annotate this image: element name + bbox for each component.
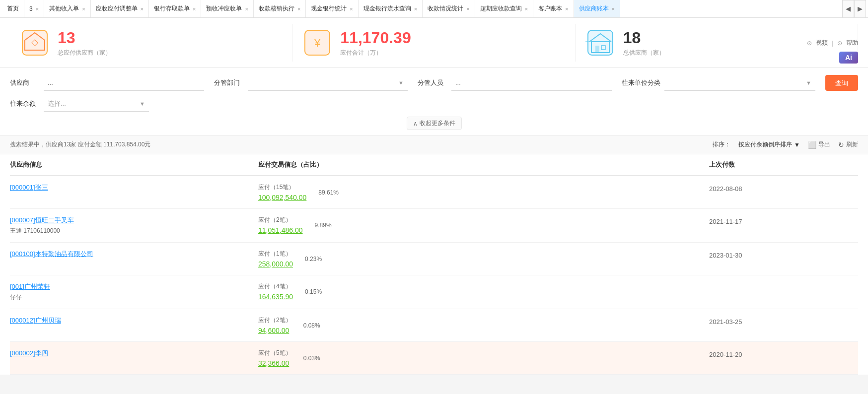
dept-select[interactable]: ▼	[248, 75, 408, 91]
collapse-button[interactable]: ∧ 收起更多条件	[407, 117, 462, 130]
results-actions: 排序： 按应付余额倒序排序 ▼ ⬜ 导出 ↻ 刷新	[713, 140, 858, 149]
tx-amount-4[interactable]: 94,600.00	[258, 327, 291, 334]
table-row: [001]广州荣轩 仔仔 应付（4笔） 164,635.90 0.15%	[10, 275, 858, 309]
ai-badge[interactable]: Ai	[839, 52, 858, 64]
export-button[interactable]: ⬜ 导出	[808, 140, 830, 149]
close-tab-other-income[interactable]: ×	[82, 6, 85, 12]
svg-text:¥: ¥	[314, 37, 321, 49]
close-tab-ar-ap-adjust[interactable]: ×	[141, 6, 144, 12]
unit-type-select[interactable]: ▼	[664, 75, 816, 91]
balance-select[interactable]: 选择... ▼	[44, 96, 149, 112]
stat-block-total-payable: ¥ 11,170.39 应付合计（万）	[292, 24, 575, 62]
transaction-info-4: 应付（2笔） 94,600.00 0.08%	[258, 316, 709, 334]
nav-tab-pre-recv[interactable]: 预收冲应收单 ×	[201, 0, 253, 18]
close-tab-bank-deposit[interactable]: ×	[193, 6, 196, 12]
nav-tab-cash-bank-stat[interactable]: 现金银行统计 ×	[306, 0, 358, 18]
nav-tab-3[interactable]: 3 ×	[24, 0, 44, 18]
supplier-sub-1: 王通 17106110000	[10, 227, 258, 235]
supplier-info-2: [000100]本特勤油品有限公司	[10, 250, 258, 259]
close-tab-payment-exec[interactable]: ×	[297, 6, 300, 12]
transaction-info-0: 应付（15笔） 100,092,540.00 89.61%	[258, 183, 709, 201]
tx-percent-4: 0.08%	[303, 322, 320, 329]
tx-label-0: 应付（15笔）	[258, 183, 306, 192]
close-tab-supplier-ledger[interactable]: ×	[612, 6, 615, 12]
stat-content-3: 18 总供应商（家）	[623, 28, 665, 57]
tx-amount-1[interactable]: 11,051,486.00	[258, 226, 303, 234]
tx-amount-2[interactable]: 258,000.00	[258, 260, 293, 268]
collapse-label: 收起更多条件	[420, 119, 455, 128]
supplier-input[interactable]	[44, 75, 204, 91]
last-payment-1: 2021-11-17	[709, 216, 858, 225]
nav-tab-supplier-ledger[interactable]: 供应商账本 ×	[574, 0, 620, 18]
table-body: [000001]张三 应付（15笔） 100,092,540.00 89.61%…	[10, 176, 858, 375]
supplier-info-0: [000001]张三	[10, 183, 258, 192]
balance-dropdown-arrow: ▼	[140, 101, 145, 107]
tx-amount-3[interactable]: 164,635.90	[258, 293, 293, 301]
supplier-info-4: [000012]广州贝瑞	[10, 316, 258, 325]
stat-label-2: 应付合计（万）	[340, 49, 411, 57]
supplier-table: 供应商信息 应付交易信息（占比） 上次付数 [000001]张三 应付（15笔）…	[0, 154, 868, 375]
stat-label-3: 总供应商（家）	[623, 49, 665, 57]
nav-tab-customer-ledger[interactable]: 客户账本 ×	[533, 0, 574, 18]
refresh-button[interactable]: ↻ 刷新	[838, 140, 858, 149]
supplier-link-2[interactable]: [000100]本特勤油品有限公司	[10, 250, 93, 258]
nav-tab-other-income[interactable]: 其他收入单 ×	[44, 0, 90, 18]
transaction-detail-5: 应付（5笔） 32,366.00	[258, 349, 291, 367]
nav-tab-payment-exec[interactable]: 收款核销执行 ×	[254, 0, 306, 18]
close-tab-customer-ledger[interactable]: ×	[565, 6, 568, 12]
unit-type-dropdown-arrow: ▼	[806, 80, 811, 86]
close-tab-pre-recv[interactable]: ×	[245, 6, 248, 12]
sort-select[interactable]: 按应付余额倒序排序 ▼	[738, 140, 800, 149]
divider: |	[832, 39, 833, 46]
supplier-link-0[interactable]: [000001]张三	[10, 184, 48, 191]
tx-label-3: 应付（4笔）	[258, 282, 293, 291]
sort-label: 排序：	[713, 140, 730, 149]
close-tab-cash-bank-stat[interactable]: ×	[350, 6, 353, 12]
filter-item-supplier: 供应商	[10, 75, 204, 91]
person-input[interactable]	[451, 75, 612, 91]
supplier-link-3[interactable]: [001]广州荣轩	[10, 283, 50, 290]
supplier-link-4[interactable]: [000012]广州贝瑞	[10, 317, 61, 324]
nav-tab-bank-deposit[interactable]: 银行存取款单 ×	[149, 0, 201, 18]
last-payment-5: 2020-11-20	[709, 349, 858, 358]
tx-amount-5[interactable]: 32,366.00	[258, 359, 291, 367]
filter-row-1: 供应商 分管部门 ▼ 分管人员 往来单位分类 ▼ 查询	[10, 75, 858, 91]
video-link[interactable]: 视频	[816, 39, 828, 47]
close-tab-3[interactable]: ×	[36, 6, 39, 12]
header-stats: ◇ 13 总应付供应商（家） ¥ 11,170.39 应付合计（万）	[0, 18, 868, 68]
nav-tab-cash-flow[interactable]: 现金银行流水查询 ×	[359, 0, 423, 18]
collapse-icon: ∧	[413, 120, 418, 127]
query-button[interactable]: 查询	[825, 75, 858, 91]
nav-tab-overdue-recv[interactable]: 超期应收款查询 ×	[475, 0, 533, 18]
nav-tab-ar-ap-adjust[interactable]: 应收应付调整单 ×	[91, 0, 149, 18]
transaction-detail-3: 应付（4笔） 164,635.90	[258, 282, 293, 301]
table-row: [000002]李四 应付（5笔） 32,366.00 0.03% 2020-1…	[10, 342, 858, 375]
supplier-info-3: [001]广州荣轩 仔仔	[10, 282, 258, 302]
help-link[interactable]: 帮助	[846, 39, 858, 47]
filter-item-unit-type: 往来单位分类 ▼	[622, 75, 816, 91]
nav-tab-recv-stat[interactable]: 收款情况统计 ×	[423, 0, 475, 18]
export-icon: ⬜	[808, 141, 816, 149]
dept-label: 分管部门	[214, 78, 244, 87]
close-tab-overdue-recv[interactable]: ×	[525, 6, 528, 12]
nav-tab-home[interactable]: 首页	[2, 0, 24, 18]
last-payment-2: 2023-01-30	[709, 250, 858, 259]
sort-arrow: ▼	[794, 141, 800, 148]
last-payment-0: 2022-08-08	[709, 183, 858, 193]
tx-amount-0[interactable]: 100,092,540.00	[258, 194, 306, 201]
close-tab-cash-flow[interactable]: ×	[414, 6, 417, 12]
tx-percent-1: 9.89%	[315, 222, 332, 229]
supplier-link-5[interactable]: [000002]李四	[10, 349, 48, 357]
tx-percent-0: 89.61%	[318, 189, 339, 196]
refresh-icon: ↻	[838, 141, 844, 149]
export-label: 导出	[818, 140, 830, 149]
transaction-detail-2: 应付（1笔） 258,000.00	[258, 250, 293, 268]
tx-label-4: 应付（2笔）	[258, 316, 291, 325]
supplier-link-1[interactable]: [000007]恒旺二手叉车	[10, 216, 74, 224]
nav-next-arrow[interactable]: ▶	[854, 0, 866, 18]
nav-prev-arrow[interactable]: ◀	[842, 0, 854, 18]
close-tab-recv-stat[interactable]: ×	[466, 6, 469, 12]
stat-content-2: 11,170.39 应付合计（万）	[340, 28, 411, 57]
results-summary: 搜索结果中，供应商13家 应付金额 111,703,854.00元	[10, 140, 150, 149]
supplier-sub-3: 仔仔	[10, 293, 258, 302]
